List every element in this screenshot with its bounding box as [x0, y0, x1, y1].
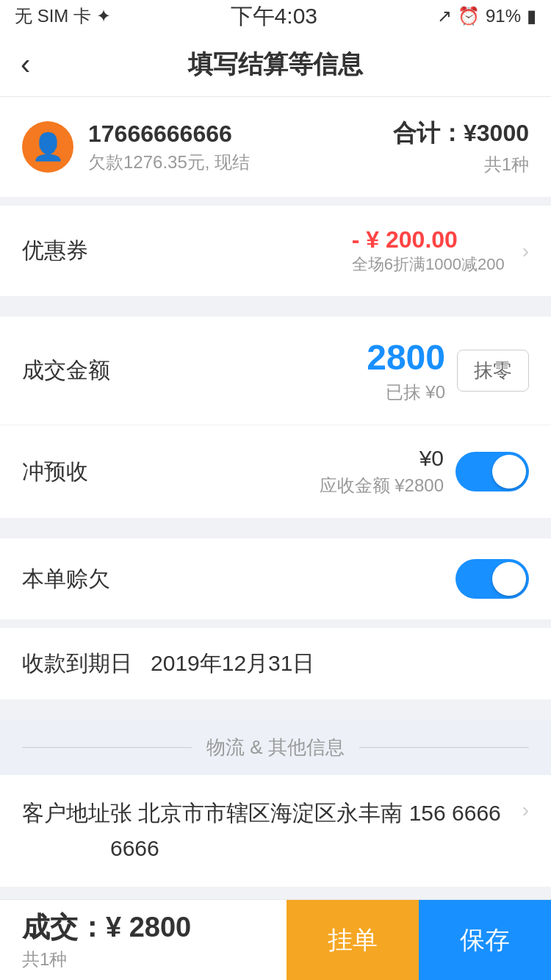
coupon-row[interactable]: 优惠券 - ¥ 200.00 全场6折满1000减200 › [0, 206, 551, 296]
status-bar: 无 SIM 卡 ✦ 下午4:03 ↗ ⏰ 91% ▮ [0, 0, 551, 32]
prepay-row: 冲预收 ¥0 应收金额 ¥2800 [0, 425, 551, 518]
avatar: 👤 [22, 121, 73, 173]
due-date-value-inline: 2019年12月31日 [151, 651, 314, 675]
erased-label: 已抹 ¥0 [367, 381, 445, 404]
coupon-desc: 全场6折满1000减200 [352, 253, 505, 275]
deal-amount-right: 2800 已抹 ¥0 抹零 [367, 337, 529, 404]
save-button[interactable]: 保存 [419, 900, 551, 981]
bottom-summary: 成交：¥ 2800 共1种 [0, 909, 287, 971]
user-debt: 欠款1276.35元, 现结 [88, 151, 250, 174]
user-phone: 17666666666 [88, 120, 250, 148]
hang-button[interactable]: 挂单 [287, 900, 419, 981]
address-section: 客户地址 张 北京市市辖区海淀区永丰南 156 6666 6666 › [0, 775, 551, 887]
page-title: 填写结算等信息 [188, 48, 363, 82]
status-time: 下午4:03 [231, 1, 317, 32]
deal-amount-label: 成交金额 [22, 356, 110, 386]
bottom-bar: 成交：¥ 2800 共1种 挂单 保存 [0, 899, 551, 980]
deal-section: 成交金额 2800 已抹 ¥0 抹零 冲预收 ¥0 应收金额 ¥2800 [0, 317, 551, 518]
address-row[interactable]: 客户地址 张 北京市市辖区海淀区永丰南 156 6666 6666 › [0, 775, 551, 887]
address-label: 客户地址 [22, 799, 110, 829]
due-date-row: 收款到期日 2019年12月31日 [0, 628, 551, 699]
logistics-label: 物流 & 其他信息 [206, 735, 345, 760]
prepay-right: ¥0 应收金额 ¥2800 [320, 446, 529, 497]
debt-label: 本单赊欠 [22, 564, 110, 594]
user-info: 17666666666 欠款1276.35元, 现结 [88, 120, 250, 174]
divider-line-right [359, 747, 529, 748]
status-left: 无 SIM 卡 ✦ [15, 4, 111, 28]
prepay-label: 冲预收 [22, 457, 88, 487]
separator-2 [0, 527, 551, 538]
logistics-divider: 物流 & 其他信息 [0, 720, 551, 775]
divider-line-left [22, 747, 192, 748]
bottom-deal-amount: ¥ 2800 [106, 912, 191, 943]
status-right: ↗ ⏰ 91% ▮ [437, 6, 536, 26]
separator-3 [0, 708, 551, 720]
debt-toggle[interactable] [455, 559, 529, 599]
prepay-toggle[interactable] [455, 452, 529, 491]
back-button[interactable]: ‹ [21, 48, 30, 81]
battery-icon: ▮ [527, 6, 536, 26]
user-card: 👤 17666666666 欠款1276.35元, 现结 合计：¥3000 共1… [0, 97, 551, 197]
sim-label: 无 SIM 卡 ✦ [15, 4, 111, 28]
nav-bar: ‹ 填写结算等信息 [0, 32, 551, 97]
debt-row: 本单赊欠 [0, 538, 551, 619]
debt-right [455, 559, 529, 599]
separator-1 [0, 305, 551, 317]
content-area: 👤 17666666666 欠款1276.35元, 现结 合计：¥3000 共1… [0, 97, 551, 980]
address-chevron-icon: › [522, 799, 529, 822]
deal-amount-row: 成交金额 2800 已抹 ¥0 抹零 [0, 317, 551, 425]
user-total: 合计：¥3000 共1种 [393, 118, 529, 176]
total-count: 共1种 [393, 153, 529, 176]
battery-label: 91% [486, 6, 521, 26]
debt-toggle-knob [492, 562, 526, 596]
address-value: 张 北京市市辖区海淀区永丰南 156 6666 6666 [110, 796, 515, 866]
location-icon: ↗ [437, 6, 452, 26]
alarm-icon: ⏰ [458, 6, 480, 26]
prepay-sub: 应收金额 ¥2800 [320, 474, 444, 497]
coupon-label: 优惠券 [22, 236, 88, 266]
bottom-count: 共1种 [22, 948, 264, 971]
due-date-section: 收款到期日 2019年12月31日 [0, 628, 551, 699]
debt-section: 本单赊欠 [0, 538, 551, 619]
coupon-section: 优惠券 - ¥ 200.00 全场6折满1000减200 › [0, 206, 551, 296]
avatar-icon: 👤 [32, 131, 65, 162]
bottom-deal-label: 成交：¥ 2800 [22, 909, 264, 946]
total-amount: 合计：¥3000 [393, 118, 529, 150]
toggle-knob [492, 455, 526, 489]
user-left: 👤 17666666666 欠款1276.35元, 现结 [22, 120, 250, 174]
deal-amount-value: 2800 [367, 337, 445, 378]
due-date-label: 收款到期日 2019年12月31日 [22, 649, 315, 679]
chevron-right-icon: › [522, 239, 529, 263]
coupon-right: - ¥ 200.00 全场6折满1000减200 › [352, 226, 529, 275]
round-button[interactable]: 抹零 [457, 350, 529, 392]
prepay-value: ¥0 [320, 446, 444, 471]
coupon-value: - ¥ 200.00 [352, 226, 505, 253]
